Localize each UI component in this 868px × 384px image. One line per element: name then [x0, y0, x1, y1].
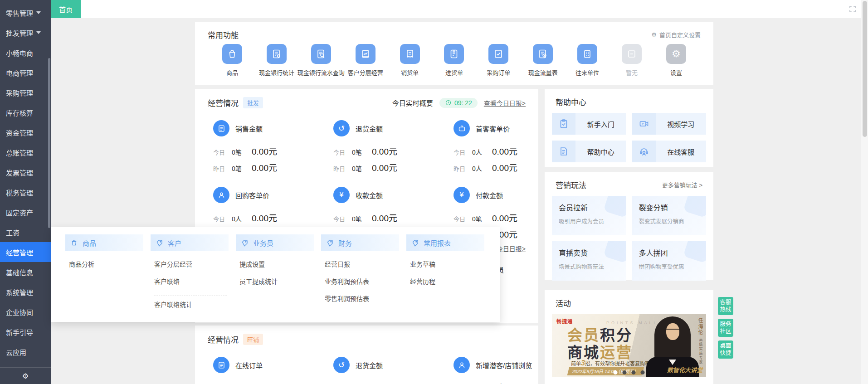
activity-banner[interactable]: 畅捷通 POINTS MALL 会员积分 商城运营 简单3招，有效帮你提升老客复… [552, 314, 706, 377]
count-value: 0笔 [352, 164, 368, 173]
quick-action-cash-flow-search[interactable]: 现金银行流水查询 [299, 44, 343, 77]
metric-row-today: 今日0笔0.00元 [333, 381, 454, 384]
sidebar-item-beginner-guide[interactable]: 新手引导 [0, 322, 51, 342]
carousel-dot[interactable] [641, 370, 645, 374]
flyout-item-business-drafts[interactable]: 业务草稿 [410, 261, 484, 267]
marketing-tile-subtitle: 场景式购物新玩法 [559, 262, 626, 271]
quick-action-goods[interactable]: 商品 [210, 44, 254, 77]
fab-label-line: 客服 [720, 299, 731, 306]
sidebar-settings-button[interactable]: ⚙ [0, 367, 51, 384]
view-daily-report-link[interactable]: 查看今日日报> [484, 98, 526, 107]
period-label: 今日 [454, 148, 465, 156]
sidebar-item-wholesale[interactable]: 批发管理 [0, 23, 51, 43]
quick-action-cash-bank-stats[interactable]: 现金银行统计 [255, 44, 298, 77]
sidebar-item-tax[interactable]: 税务管理 [0, 182, 51, 202]
flyout-item-retail-profit-forecast[interactable]: 零售利润预估表 [325, 296, 399, 302]
flyout-item-customer-contact[interactable]: 客户联络 [154, 278, 229, 285]
flyout-section-title: 客户 [168, 238, 181, 248]
help-tile-label: 视频学习 [656, 119, 707, 129]
sidebar-item-cloud-apps[interactable]: 云应用 [0, 342, 51, 362]
sidebar-item-fixed-assets[interactable]: 固定资产 [0, 202, 51, 222]
help-tile-beginner[interactable]: 新手入门 [552, 113, 626, 135]
tab-home[interactable]: 首页 [51, 0, 81, 18]
flyout-section-common-reports: 常用报表 业务草稿 经营历程 [406, 234, 484, 322]
quick-actions-title: 常用功能 [208, 29, 239, 40]
clock-icon [445, 99, 452, 106]
flyout-item-customer-contact-stats[interactable]: 客户联络统计 [154, 301, 229, 308]
flyout-item-goods-analysis[interactable]: 商品分析 [69, 261, 143, 267]
amount-value: 0.00元 [252, 145, 277, 157]
activity-news-item[interactable]: 一键设置开单自动带出商品折扣价！ 2022-09-21 [545, 377, 713, 384]
sidebar-item-system[interactable]: 系统管理 [0, 282, 51, 302]
marketing-card: 营销玩法 更多营销玩法 > 会员拉新 吸引用户成为会员 裂变分销 裂变式发展分销… [545, 172, 713, 280]
metric-label: 销售金额 [235, 124, 263, 133]
sidebar-item-label: 库存核算 [6, 108, 33, 117]
amount-value: 0.00元 [492, 145, 517, 157]
fullscreen-icon[interactable] [848, 5, 857, 13]
quick-action-cash-flow-sheet[interactable]: 现金流量表 [521, 44, 565, 77]
sidebar-item-label: 云应用 [6, 347, 26, 357]
flyout-item-business-profit-forecast[interactable]: 业务利润预估表 [325, 278, 399, 285]
help-tile-help-center[interactable]: 帮助中心 [552, 141, 626, 162]
sidebar-item-retail[interactable]: 零售管理 [0, 3, 51, 23]
sidebar-item-collaboration[interactable]: 企业协同 [0, 302, 51, 322]
carousel-dot[interactable] [632, 370, 636, 374]
hidden-section-report-link-fragment[interactable]: 今日日报> [497, 244, 526, 253]
service-hotline-button[interactable]: 客服 热线 [718, 297, 733, 315]
presenter-title: 高级实施专家 [698, 338, 702, 365]
help-tile-online-service[interactable]: 在线客服 [632, 141, 707, 162]
service-community-button[interactable]: 服务 社区 [718, 319, 733, 337]
metric-label: 退货金额 [356, 360, 383, 370]
sidebar-item-label: 零售管理 [6, 8, 33, 18]
sidebar-item-label: 税务管理 [6, 188, 33, 197]
quick-action-sales-order[interactable]: 销货单 [388, 44, 432, 77]
flyout-item-daily-business-report[interactable]: 经营日报 [325, 261, 399, 267]
sidebar-item-ecommerce[interactable]: 电商管理 [0, 63, 51, 83]
sidebar-item-general-ledger[interactable]: 总账管理 [0, 142, 51, 162]
metric-label: 新增潜客/店铺浏览 [476, 360, 532, 370]
carousel-dot[interactable] [614, 370, 618, 374]
marketing-tile-live-selling[interactable]: 直播卖货 场景式购物新玩法 [552, 241, 626, 281]
sidebar-item-invoice[interactable]: 发票管理 [0, 162, 51, 182]
sidebar-item-payroll[interactable]: 工资 [0, 222, 51, 242]
amount-value: 0.00元 [492, 211, 517, 224]
marketing-tile-member-acquisition[interactable]: 会员拉新 吸引用户成为会员 [552, 196, 626, 235]
quick-action-purchase-receipt[interactable]: 进货单 [432, 44, 476, 77]
flyout-item-business-history[interactable]: 经营历程 [410, 278, 484, 285]
quick-action-settings[interactable]: ⚙ 设置 [654, 44, 698, 77]
metric-label: 回购客单价 [235, 190, 269, 200]
metric-row-today: 今日0笔0.00元 [454, 211, 556, 224]
topbar: 首页 [51, 0, 861, 18]
marketing-tile-group-buying[interactable]: 多人拼团 拼团购物享受优惠 [632, 241, 707, 281]
flyout-item-commission-settings[interactable]: 提成设置 [239, 261, 314, 267]
marketing-tile-fission-distribution[interactable]: 裂变分销 裂变式发展分销商 [632, 196, 707, 235]
sidebar-item-procurement[interactable]: 采购管理 [0, 83, 51, 102]
amount-value: 0.00元 [492, 161, 517, 173]
desktop-shortcut-button[interactable]: 桌面 快捷 [718, 340, 733, 359]
sidebar-item-xiaochang-ecommerce[interactable]: 小畅电商 [0, 43, 51, 63]
carousel-dot[interactable] [623, 370, 627, 374]
flyout-item-customer-tier[interactable]: 客户分层经营 [154, 261, 229, 267]
quick-action-label: 设置 [670, 68, 682, 77]
page-scrollbar-thumb[interactable] [863, 1, 867, 137]
sidebar-item-basic-info[interactable]: 基础信息 [0, 262, 51, 282]
page-scrollbar [861, 0, 868, 384]
period-label: 昨日 [333, 164, 345, 173]
sidebar-item-business-management[interactable]: 经营管理 [0, 242, 51, 262]
flyout-section-customer: 客户 客户分层经营 客户联络 客户联络统计 [151, 234, 229, 322]
home-customize-button[interactable]: ⚙ 首页自定义设置 [651, 30, 701, 39]
gear-icon: ⚙ [651, 31, 657, 38]
quick-action-customer-tier[interactable]: 客户分层经营 [344, 44, 387, 77]
flyout-item-staff-commission-stats[interactable]: 员工提成统计 [239, 278, 314, 285]
quick-action-partner-units[interactable]: 往来单位 [566, 44, 609, 77]
more-marketing-link[interactable]: 更多营销玩法 > [662, 180, 702, 189]
sidebar-item-inventory[interactable]: 库存核算 [0, 102, 51, 122]
sidebar-item-funds[interactable]: 资金管理 [0, 122, 51, 142]
sidebar-scrollbar[interactable] [48, 58, 50, 228]
new-customer-icon [454, 357, 470, 373]
price-tag-icon [155, 238, 164, 247]
sidebar: 零售管理 批发管理 小畅电商 电商管理 采购管理 库存核算 资金管理 总账管理 … [0, 0, 51, 384]
quick-action-purchase-order[interactable]: 采购订单 [477, 44, 520, 77]
help-tile-video-learning[interactable]: 视频学习 [632, 113, 707, 135]
group-ghost-icon [683, 241, 706, 263]
